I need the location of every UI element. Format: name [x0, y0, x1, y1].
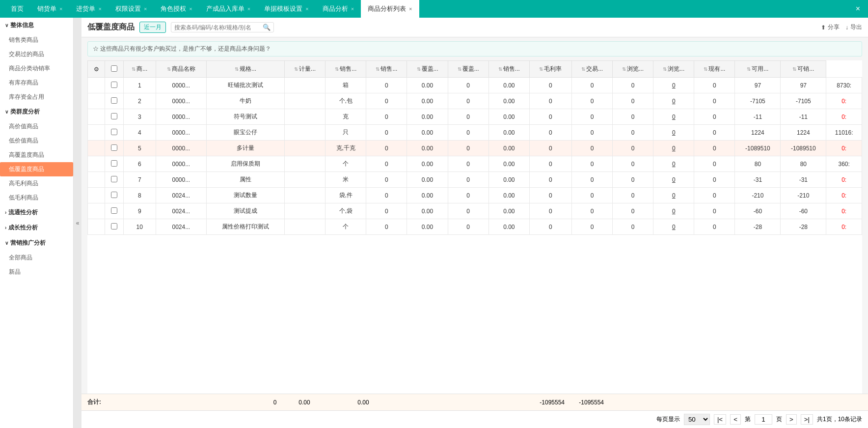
table-cell: 80	[735, 156, 781, 172]
col-header-sale3[interactable]: ⇅销售...	[488, 61, 529, 78]
search-input[interactable]	[174, 24, 263, 31]
nav-template-close[interactable]: ×	[305, 6, 308, 12]
share-button[interactable]: ⬆ 分享	[821, 23, 840, 31]
col-header-unit[interactable]: ⇅计量...	[285, 61, 326, 78]
col-header-name[interactable]: ⇅商品名称	[156, 61, 207, 78]
row-checkbox[interactable]	[111, 97, 117, 104]
col-header-available[interactable]: ⇅可用...	[735, 61, 781, 78]
nav-roles[interactable]: 角色授权 ×	[154, 0, 199, 18]
row-checkbox[interactable]	[111, 113, 117, 119]
sidebar-item-high-margin[interactable]: 高毛利商品	[0, 176, 73, 191]
nav-purchase[interactable]: 进货单 ×	[69, 0, 108, 18]
row-checkbox[interactable]	[111, 176, 117, 182]
sidebar-section-growth[interactable]: › 成长性分析	[0, 220, 73, 235]
table-cell	[105, 203, 124, 219]
browse1-link[interactable]: 0	[672, 98, 676, 105]
sidebar-item-category-rate[interactable]: 商品分类动销率	[0, 61, 73, 76]
sidebar-section-cluster[interactable]: ∨ 类群度分析	[0, 104, 73, 119]
next-page-button[interactable]: >	[786, 414, 797, 425]
browse1-link[interactable]: 0	[672, 82, 676, 89]
col-header-trade[interactable]: ⇅交易...	[571, 61, 612, 78]
table-cell: 0	[653, 78, 694, 93]
nav-product-analysis-list-close[interactable]: ×	[409, 6, 412, 12]
per-page-select[interactable]: 50 100 200	[684, 414, 710, 425]
col-header-current[interactable]: ⇅现有...	[694, 61, 735, 78]
row-checkbox[interactable]	[111, 192, 117, 198]
sidebar-item-low-value[interactable]: 低价值商品	[0, 134, 73, 148]
browse1-link[interactable]: 0	[672, 176, 676, 183]
table-cell: 0.00	[488, 188, 529, 203]
table-row: 80024...测试数量袋,件00.0000.0000000-210-2100:	[88, 188, 862, 203]
sidebar-collapse-button[interactable]: «	[74, 18, 81, 428]
nav-product-warehouse-close[interactable]: ×	[247, 6, 250, 12]
select-all-checkbox[interactable]	[111, 65, 117, 72]
nav-sales[interactable]: 销货单 ×	[30, 0, 69, 18]
nav-permissions-close[interactable]: ×	[144, 6, 147, 12]
export-button[interactable]: ↓ 导出	[845, 23, 862, 31]
sidebar-item-traded-goods[interactable]: 交易过的商品	[0, 47, 73, 61]
browse1-link[interactable]: 0	[672, 208, 676, 215]
sidebar-item-stock-goods[interactable]: 有库存商品	[0, 76, 73, 90]
sidebar-item-new-goods[interactable]: 新品	[0, 265, 73, 279]
table-cell: 0:	[826, 188, 862, 203]
time-filter-button[interactable]: 近一月	[139, 22, 166, 33]
col-header-sale2[interactable]: ⇅销售...	[366, 61, 407, 78]
sidebar-item-high-value[interactable]: 高价值商品	[0, 119, 73, 134]
nav-roles-close[interactable]: ×	[189, 6, 192, 12]
col-header-browse2[interactable]: ⇅浏览...	[653, 61, 694, 78]
sidebar-item-high-coverage[interactable]: 高覆盖度商品	[0, 148, 73, 162]
sidebar-item-sales-goods[interactable]: 销售类商品	[0, 33, 73, 47]
first-page-button[interactable]: |<	[714, 414, 726, 425]
row-checkbox[interactable]	[111, 223, 117, 229]
table-cell	[88, 109, 105, 125]
nav-template[interactable]: 单据模板设置 ×	[257, 0, 315, 18]
table-cell	[105, 188, 124, 203]
sidebar-item-low-margin[interactable]: 低毛利商品	[0, 191, 73, 205]
sidebar-section-circulation[interactable]: › 流通性分析	[0, 205, 73, 220]
browse1-link[interactable]: 0	[672, 192, 676, 199]
search-icon[interactable]: 🔍	[263, 24, 271, 31]
row-checkbox[interactable]	[111, 129, 117, 135]
col-header-code[interactable]: ⇅商...	[123, 61, 156, 78]
row-checkbox[interactable]	[111, 160, 117, 167]
browse1-link[interactable]: 0	[672, 224, 676, 230]
browse1-link[interactable]: 0	[672, 129, 676, 136]
sidebar-item-inventory-capital[interactable]: 库存资金占用	[0, 90, 73, 104]
nav-permissions[interactable]: 权限设置 ×	[108, 0, 154, 18]
browse1-link[interactable]: 0	[672, 114, 676, 120]
sidebar-section-overall[interactable]: ∨ 整体信息	[0, 18, 73, 33]
sidebar-section-marketing[interactable]: ∨ 营销推广分析	[0, 235, 73, 251]
nav-product-analysis-close[interactable]: ×	[351, 6, 354, 12]
col-header-browse1[interactable]: ⇅浏览...	[613, 61, 653, 78]
table-cell: -28	[781, 219, 826, 235]
last-page-button[interactable]: >|	[801, 414, 813, 425]
row-checkbox[interactable]	[111, 207, 117, 214]
col-header-checkbox[interactable]	[105, 61, 124, 78]
table-cell: 0	[529, 93, 571, 109]
browse1-link[interactable]: 0	[672, 161, 676, 168]
col-header-spec[interactable]: ⇅规格...	[207, 61, 285, 78]
sidebar-item-low-coverage[interactable]: 低覆盖度商品	[0, 162, 73, 176]
browse1-link[interactable]: 0	[672, 145, 676, 152]
col-header-saleable[interactable]: ⇅可销...	[781, 61, 826, 78]
col-header-cover1[interactable]: ⇅覆盖...	[407, 61, 448, 78]
nav-home[interactable]: 首页	[4, 0, 30, 18]
nav-product-analysis[interactable]: 商品分析 ×	[316, 0, 361, 18]
col-header-sale1[interactable]: ⇅销售...	[326, 61, 366, 78]
sidebar-item-all-goods[interactable]: 全部商品	[0, 251, 73, 265]
col-header-margin[interactable]: ⇅毛利率	[529, 61, 571, 78]
nav-product-analysis-list[interactable]: 商品分析列表 ×	[361, 0, 419, 18]
col-header-gear[interactable]: ⚙	[88, 61, 105, 78]
close-all-tabs[interactable]: ×	[852, 4, 864, 13]
nav-product-warehouse[interactable]: 产成品入库单 ×	[199, 0, 257, 18]
nav-sales-close[interactable]: ×	[59, 6, 62, 12]
table-cell: 0	[613, 125, 653, 141]
row-checkbox[interactable]	[111, 144, 117, 151]
table-cell	[285, 141, 326, 156]
table-cell: -7105	[781, 93, 826, 109]
row-checkbox[interactable]	[111, 82, 117, 88]
col-header-cover2[interactable]: ⇅覆盖...	[448, 61, 488, 78]
nav-purchase-close[interactable]: ×	[98, 6, 101, 12]
page-input[interactable]	[755, 414, 772, 425]
prev-page-button[interactable]: <	[730, 414, 741, 425]
